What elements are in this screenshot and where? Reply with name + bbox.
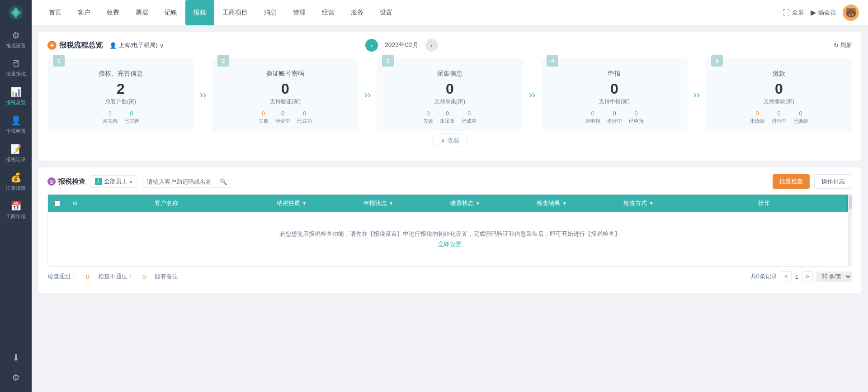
topnav-item-tax[interactable]: 报税: [185, 0, 214, 25]
fail-value[interactable]: 0: [142, 273, 146, 280]
sidebar-item-tax-record[interactable]: 📝 报税记录: [0, 139, 32, 167]
step-arrow-3: ››: [523, 58, 541, 131]
month-nav: ‹ 2023年02月 ›: [365, 39, 438, 52]
setup-link[interactable]: 立即设置: [438, 241, 462, 248]
step-5-number: 5: [711, 55, 723, 67]
sidebar-item-annual-report[interactable]: 📅 工商年报: [0, 196, 32, 225]
table-body-wrapper: 若您想使用报税检查功能，请先在【报税设置】中进行报税的初始化设置，完成密码验证和…: [48, 212, 852, 266]
search-button[interactable]: 🔍: [215, 176, 232, 187]
check-title-icon: ◎: [47, 177, 56, 186]
step-2-stats: 0 失败 0 验证中 0 已成功: [259, 110, 312, 124]
sidebar-item-personal-report[interactable]: 👤 个税申报: [0, 110, 32, 139]
pass-value[interactable]: 0: [86, 273, 89, 280]
step-5-stat-2-num[interactable]: 0: [799, 110, 802, 117]
next-page-btn[interactable]: >: [802, 271, 813, 282]
th-check-method[interactable]: 检查方式 ▼: [595, 195, 682, 212]
refresh-btn[interactable]: ↻ 刷新: [834, 41, 852, 49]
step-5-title: 缴款: [773, 70, 785, 78]
step-2-stat-0-num[interactable]: 0: [262, 110, 265, 117]
topnav-item-invoices[interactable]: 票据: [127, 0, 156, 25]
step-2-stat-2-num[interactable]: 0: [303, 110, 306, 117]
member-btn[interactable]: ▶ 畅会员: [811, 8, 836, 17]
topnav-item-messages[interactable]: 消息: [256, 0, 285, 25]
th-tax-nature[interactable]: 纳税性质 ▼: [249, 195, 335, 212]
chevron-up-icon: ∧: [441, 137, 445, 144]
sidebar: ⚙ 报税设置 🖥 批量报税 📊 报税总览 👤 个税申报 📝 报税记录 💰 汇算清…: [0, 0, 32, 392]
steps-row: 1 授权、完善信息 2 总客户数(家) 2 未完善 0 已完善: [47, 58, 852, 131]
topnav-item-fees[interactable]: 收费: [99, 0, 127, 25]
step-2-stat-0: 0 失败: [259, 110, 269, 124]
topnav-item-settings[interactable]: 设置: [372, 0, 401, 25]
th-settings[interactable]: ⚙: [66, 195, 84, 212]
staff-select[interactable]: 人 全部员工 ∨: [90, 175, 137, 188]
topnav-item-management[interactable]: 管理: [285, 0, 314, 25]
sidebar-item-tax-settings[interactable]: ⚙ 报税设置: [0, 25, 32, 54]
table-scrollbar[interactable]: [848, 195, 852, 266]
step-1-stat-1-num[interactable]: 0: [130, 110, 133, 117]
sidebar-item-batch-tax[interactable]: 🖥 批量报税: [0, 54, 32, 82]
operation-log-button[interactable]: 操作日志: [814, 174, 852, 189]
sidebar-item-tax-overview[interactable]: 📊 报税总览: [0, 82, 32, 110]
topnav: 首页 客户 收费 票据 记账 报税 工商项目 消息: [32, 0, 868, 25]
step-4-stat-0-num[interactable]: 0: [591, 110, 594, 117]
step-1-stat-0-num[interactable]: 2: [108, 110, 111, 117]
location-badge[interactable]: 👤 上海(电子税局) ∨: [109, 41, 164, 49]
scrollbar-thumb: [849, 196, 852, 209]
staff-icon: 人: [95, 178, 102, 185]
step-1-stat-1-label: 已完善: [124, 118, 139, 124]
topnav-item-service[interactable]: 服务: [343, 0, 372, 25]
collapse-row: ∧ 收起: [47, 134, 852, 147]
batch-check-button[interactable]: 批量检查: [773, 174, 810, 189]
process-title: + 报税流程总览: [47, 41, 103, 50]
step-3-stat-0-label: 失败: [423, 118, 433, 124]
fullscreen-btn[interactable]: ⛶ 全屏: [783, 9, 804, 17]
step-5-stat-0-num[interactable]: 0: [755, 110, 759, 117]
pass-label: 检查通过：: [47, 272, 77, 281]
step-1-stats: 2 未完善 0 已完善: [103, 110, 139, 124]
step-3-stat-2-num[interactable]: 0: [467, 110, 471, 117]
th-checkbox[interactable]: [48, 195, 66, 212]
topnav-item-bizproject[interactable]: 工商项目: [214, 0, 256, 25]
step-5-stat-2: 0 已缴款: [793, 110, 808, 124]
step-3-stat-1-label: 未采集: [440, 118, 455, 124]
topnav-item-clients[interactable]: 客户: [70, 0, 99, 25]
step-3-stat-0-num[interactable]: 0: [426, 110, 429, 117]
tax-nature-filter-icon: ▼: [302, 201, 307, 206]
report-status-filter-icon: ▼: [389, 201, 394, 206]
step-5-stats: 0 未缴款 0 进行中 0 已缴款: [750, 110, 808, 124]
step-3-title: 采集信息: [437, 70, 462, 78]
bottom-settings-icon: ⚙: [12, 372, 20, 383]
step-3-number: 3: [382, 55, 394, 67]
th-check-result[interactable]: 检查结果 ▼: [509, 195, 595, 212]
next-month-btn[interactable]: ›: [425, 39, 438, 52]
refresh-icon: ↻: [834, 42, 839, 49]
th-pay-status[interactable]: 缴费状态 ▼: [422, 195, 509, 212]
collapse-button[interactable]: ∧ 收起: [432, 134, 468, 147]
prev-month-btn[interactable]: ‹: [365, 39, 378, 52]
topnav-item-home[interactable]: 首页: [41, 0, 70, 25]
page-number: 1: [795, 273, 798, 280]
sidebar-item-download[interactable]: ⬇: [0, 348, 32, 368]
th-name: 客户名称: [84, 195, 249, 212]
step-arrow-1: ››: [194, 58, 212, 131]
topnav-item-operations[interactable]: 经营: [314, 0, 343, 25]
th-report-status[interactable]: 申报状态 ▼: [335, 195, 422, 212]
step-2-stat-1-label: 验证中: [275, 118, 290, 124]
empty-message: 若您想使用报税检查功能，请先在【报税设置】中进行报税的初始化设置，完成密码验证和…: [279, 229, 620, 250]
page-size-select[interactable]: 30 条/页: [816, 272, 852, 282]
sidebar-item-bottom-settings[interactable]: ⚙: [0, 368, 32, 387]
process-header: + 报税流程总览 👤 上海(电子税局) ∨ ‹ 2023年02月 › ↻ 刷新: [47, 39, 852, 52]
select-all-checkbox[interactable]: [54, 201, 60, 206]
avatar[interactable]: 🐻: [843, 5, 859, 21]
step-5-count: 0: [775, 81, 783, 96]
step-5-stat-0-label: 未缴款: [750, 118, 765, 124]
personal-report-icon: 👤: [10, 115, 22, 126]
first-page-btn[interactable]: <: [781, 271, 792, 282]
step-arrow-2: ››: [359, 58, 377, 131]
search-input[interactable]: [142, 176, 215, 187]
sidebar-item-clearing[interactable]: 💰 汇算清缴: [0, 167, 32, 196]
step-5-stat-2-label: 已缴款: [793, 118, 808, 124]
clearing-icon: 💰: [10, 172, 22, 183]
step-4-stat-2-num[interactable]: 0: [634, 110, 637, 117]
topnav-item-accounting[interactable]: 记账: [156, 0, 185, 25]
